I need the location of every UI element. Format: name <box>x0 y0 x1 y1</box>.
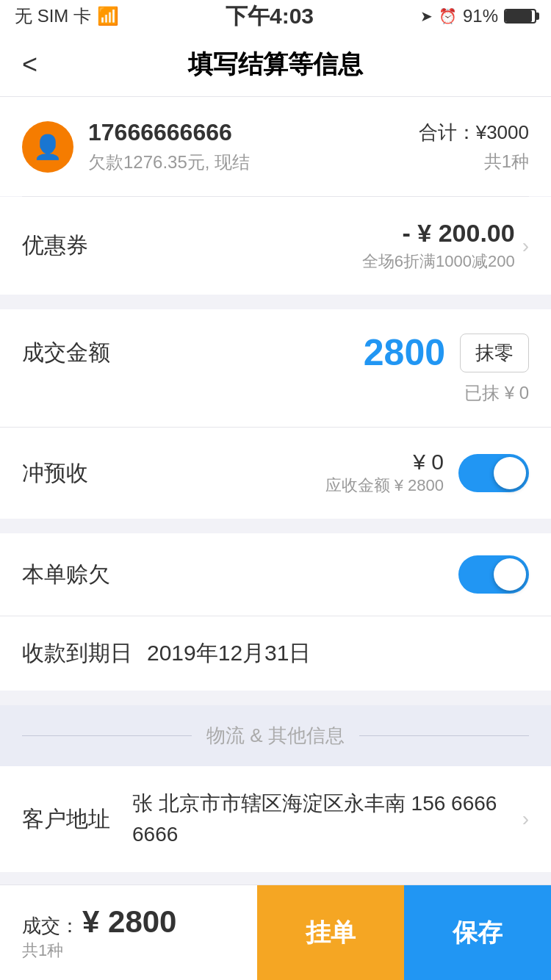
debit-label: 本单赊欠 <box>22 560 110 590</box>
hold-button[interactable]: 挂单 <box>257 885 404 981</box>
coupon-desc: 全场6折满1000减200 <box>362 251 515 273</box>
coupon-label: 优惠券 <box>22 231 88 261</box>
prepay-row: 冲预收 ¥ 0 应收金额 ¥ 2800 <box>0 427 551 519</box>
due-date-section: 收款到期日 2019年12月31日 <box>0 616 551 691</box>
coupon-right-wrapper: - ¥ 200.00 全场6折满1000减200 › <box>362 219 529 273</box>
coupon-amount: - ¥ 200.00 <box>362 219 515 248</box>
logistics-separator: 物流 & 其他信息 <box>0 705 551 766</box>
page-title: 填写结算等信息 <box>66 48 485 82</box>
content-area: 👤 17666666666 欠款1276.35元, 现结 合计：¥3000 共1… <box>0 97 551 980</box>
customer-card: 👤 17666666666 欠款1276.35元, 现结 合计：¥3000 共1… <box>0 97 551 196</box>
chevron-right-icon: › <box>522 234 529 258</box>
status-right: ➤ ⏰ 91% <box>420 6 536 26</box>
customer-right: 合计：¥3000 共1种 <box>419 120 529 173</box>
amount-row: 成交金额 2800 抹零 <box>22 331 529 374</box>
battery-icon <box>504 9 536 24</box>
total-label: 合计：¥3000 <box>419 120 529 145</box>
bottom-deal-amount: ¥ 2800 <box>82 904 176 940</box>
prepay-amount-block: ¥ 0 应收金额 ¥ 2800 <box>325 450 444 497</box>
bottom-bar: 成交： ¥ 2800 共1种 挂单 保存 <box>0 884 551 980</box>
location-icon: ➤ <box>420 7 433 25</box>
amount-section: 成交金额 2800 抹零 已抹 ¥ 0 <box>0 309 551 427</box>
prepay-sub: 应收金额 ¥ 2800 <box>325 475 444 497</box>
nav-bar: < 填写结算等信息 <box>0 32 551 97</box>
sep-line-right <box>359 735 529 736</box>
deal-amount-label: 成交金额 <box>22 338 110 368</box>
debit-section: 本单赊欠 <box>0 533 551 616</box>
sep-line-left <box>22 735 192 736</box>
coupon-row[interactable]: 优惠券 - ¥ 200.00 全场6折满1000减200 › <box>0 197 551 295</box>
prepay-label: 冲预收 <box>22 458 88 489</box>
avatar-icon: 👤 <box>33 133 62 161</box>
round-button[interactable]: 抹零 <box>460 334 529 372</box>
bottom-count: 共1种 <box>22 940 235 962</box>
address-label: 客户地址 <box>22 804 110 835</box>
logistics-label: 物流 & 其他信息 <box>206 723 345 749</box>
bottom-deal-label: 成交： <box>22 913 79 939</box>
address-chevron-wrapper: › <box>515 807 529 831</box>
carrier-text: 无 SIM 卡 <box>15 4 91 28</box>
avatar: 👤 <box>22 121 73 173</box>
total-count: 共1种 <box>419 150 529 173</box>
address-value: 张 北京市市辖区海淀区永丰南 156 6666 6666 <box>132 788 515 850</box>
status-left: 无 SIM 卡 📶 <box>15 4 119 28</box>
due-date-row: 收款到期日 2019年12月31日 <box>22 638 529 669</box>
save-button[interactable]: 保存 <box>404 885 551 981</box>
back-button[interactable]: < <box>22 49 66 80</box>
wifi-icon: 📶 <box>97 6 119 26</box>
section-gap-1 <box>0 295 551 309</box>
bottom-summary: 成交： ¥ 2800 共1种 <box>0 904 257 962</box>
status-bar: 无 SIM 卡 📶 下午4:03 ➤ ⏰ 91% <box>0 0 551 32</box>
debit-toggle[interactable] <box>458 555 529 594</box>
due-date-label: 收款到期日 <box>22 638 132 669</box>
section-gap-3 <box>0 691 551 705</box>
prepay-right: ¥ 0 应收金额 ¥ 2800 <box>325 450 529 497</box>
customer-debt: 欠款1276.35元, 现结 <box>88 151 250 174</box>
prepay-toggle[interactable] <box>458 454 529 492</box>
status-time: 下午4:03 <box>226 1 314 32</box>
alarm-icon: ⏰ <box>439 7 457 25</box>
address-chevron-icon: › <box>522 807 529 831</box>
section-gap-2 <box>0 519 551 533</box>
address-row[interactable]: 客户地址 张 北京市市辖区海淀区永丰南 156 6666 6666 › <box>0 766 551 872</box>
due-date-value: 2019年12月31日 <box>147 638 311 669</box>
battery-percent: 91% <box>463 6 498 26</box>
amount-right: 2800 抹零 <box>364 331 529 374</box>
customer-phone: 17666666666 <box>88 119 250 146</box>
prepay-value: ¥ 0 <box>325 450 444 475</box>
coupon-right: - ¥ 200.00 全场6折满1000减200 <box>362 219 515 273</box>
deal-amount-value: 2800 <box>364 331 445 374</box>
customer-left: 👤 17666666666 欠款1276.35元, 现结 <box>22 119 250 174</box>
customer-info: 17666666666 欠款1276.35元, 现结 <box>88 119 250 174</box>
deal-amount-sub: 已抹 ¥ 0 <box>22 381 529 405</box>
